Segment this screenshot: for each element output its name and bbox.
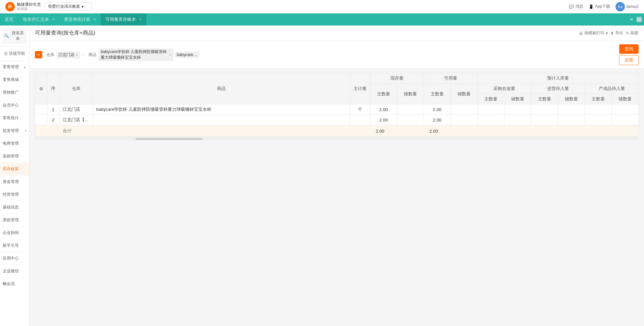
- tab-home[interactable]: 首页: [0, 13, 18, 26]
- row2-production-main: [585, 115, 612, 125]
- table-footer: 合计 2.00 2.00: [35, 125, 639, 137]
- warehouse-tag: 江北门店 ×: [56, 51, 80, 58]
- warehouse-filter: 仓库 江北门店 × ···: [46, 51, 85, 58]
- sidebar-item-finance[interactable]: 资金管理: [0, 176, 29, 188]
- top-bar-right: 💬 消息 📱 App下载 Ea demo2: [569, 2, 639, 11]
- sidebar-item-new-guide[interactable]: 新手引导: [0, 239, 29, 252]
- product-tag-2: babycare…: [175, 52, 199, 58]
- row1-unit: 个: [350, 104, 370, 115]
- sidebar-item-basic-info[interactable]: 基础信息: [0, 201, 29, 214]
- row2-purchase-sub: [504, 115, 531, 125]
- export-button[interactable]: ⬆ 导出: [610, 30, 623, 36]
- sidebar-item-purchase[interactable]: 采购管理: [0, 150, 29, 163]
- row1-purchase-main: [478, 104, 504, 115]
- th-production-sub: 辅数量: [612, 94, 639, 104]
- top-bar-left: 好 畅捷通好生意 标准版 母婴行业演示账套 ▾: [5, 2, 92, 11]
- refresh-button[interactable]: ↻ 刷新: [626, 30, 639, 36]
- table-row: 1 江北门店 babycare学饮杯 儿童防摔防撞吸管杯重力球吸嘴杯宝宝水杯 个…: [35, 104, 639, 115]
- row1-purchase-sub: [504, 104, 531, 115]
- sidebar-item-inventory[interactable]: 库存核算: [0, 163, 29, 176]
- settings-button[interactable]: 设置: [619, 55, 639, 65]
- th-current-stock: 现存量: [370, 73, 424, 84]
- row1-inbound-main: [531, 104, 558, 115]
- th-purchase-transit: 采购在途量: [478, 84, 531, 94]
- quick-nav-area: ☰ 快捷导航: [0, 47, 29, 61]
- horizontal-scrollbar[interactable]: [35, 137, 639, 140]
- row2-warehouse: 江北门店【...: [59, 115, 93, 125]
- chevron-up-icon: ▲: [23, 65, 26, 69]
- chevron-down-icon: ▾: [82, 4, 84, 9]
- tab-close-receipt[interactable]: ×: [52, 17, 55, 22]
- store-selector[interactable]: 母婴行业演示账套 ▾: [45, 2, 92, 11]
- print-button[interactable]: 🖨 按模板打印 ▾: [579, 30, 608, 36]
- app-download-action[interactable]: 📱 App下载: [589, 4, 610, 9]
- chevron-down-icon: ▾: [25, 129, 26, 133]
- sidebar-item-retail-mall[interactable]: 零售商城: [0, 74, 29, 86]
- tab-order-stats[interactable]: 要货单统计表 ×: [59, 13, 101, 26]
- export-icon: ⬆: [610, 31, 614, 36]
- sidebar-item-marketing[interactable]: 营销推广: [0, 86, 29, 99]
- tab-available-stock[interactable]: 可用量库存账本 ×: [101, 13, 146, 26]
- th-inbound-pending: 进货待入量: [531, 84, 585, 94]
- tab-receipt-summary[interactable]: 收发存汇总表 ×: [18, 13, 59, 26]
- tag-close-warehouse[interactable]: ×: [76, 53, 78, 57]
- row2-current-main: 2.00: [370, 115, 397, 125]
- logo-text: 畅捷通好生意 标准版: [17, 2, 41, 11]
- row1-current-sub: [397, 104, 424, 115]
- sidebar-item-retail-mgmt[interactable]: 零售管理 ▲: [0, 61, 29, 74]
- top-bar: 好 畅捷通好生意 标准版 母婴行业演示账套 ▾ 💬 消息 📱 App下载 Ea …: [0, 0, 644, 13]
- th-available-sub: 辅数量: [451, 84, 478, 104]
- message-action[interactable]: 💬 消息: [569, 4, 583, 9]
- message-icon: 💬: [569, 4, 574, 9]
- row1-product: babycare学饮杯 儿童防摔防撞吸管杯重力球吸嘴杯宝宝水杯: [93, 104, 350, 115]
- tag-close-product-1[interactable]: ×: [169, 53, 171, 57]
- row1-inbound-sub: [558, 104, 585, 115]
- sidebar-item-app-center[interactable]: 应用中心: [0, 252, 29, 265]
- row2-purchase-main: [478, 115, 504, 125]
- sidebar-item-system[interactable]: 系统管理: [0, 214, 29, 227]
- th-no: 序: [47, 73, 59, 104]
- row2-no: 2: [47, 115, 59, 125]
- sidebar-item-wholesale[interactable]: 批发管理 ▾: [0, 125, 29, 137]
- th-unit: 主计量: [350, 73, 370, 104]
- sidebar-item-operation[interactable]: 经营管理: [0, 188, 29, 201]
- quick-nav-button[interactable]: ☰ 快捷导航: [3, 49, 26, 58]
- logo-area: 好 畅捷通好生意 标准版: [5, 2, 41, 11]
- row1-no: 1: [47, 104, 59, 115]
- footer-label: 合计: [63, 128, 71, 133]
- tab-close-available[interactable]: ×: [139, 17, 142, 22]
- row2-available-sub: [451, 115, 478, 125]
- row2-inbound-sub: [558, 115, 585, 125]
- search-menu-button[interactable]: 🔍 搜索菜单: [3, 28, 26, 44]
- maximize-icon[interactable]: ⬜: [637, 17, 641, 22]
- table-row: 2 江北门店【... 2.00 2.00: [35, 115, 639, 125]
- tab-close-order[interactable]: ×: [94, 17, 96, 22]
- filter-toggle-button[interactable]: »: [35, 51, 42, 58]
- sidebar-item-ecommerce[interactable]: 电商管理: [0, 137, 29, 150]
- user-profile[interactable]: Ea demo2: [615, 2, 639, 11]
- row1-available-sub: [451, 104, 478, 115]
- close-window-icon[interactable]: ✕: [629, 17, 634, 22]
- settings-gear-icon[interactable]: ⚙: [39, 86, 43, 91]
- sidebar-item-member[interactable]: 会员中心: [0, 99, 29, 112]
- sidebar-item-enterprise-wechat[interactable]: 企业微信: [0, 265, 29, 278]
- main-layout: 🔍 搜索菜单 ☰ 快捷导航 零售管理 ▲ 零售商城 营销推广 会员中心 零售统计…: [0, 26, 644, 326]
- th-purchase-sub: 辅数量: [504, 94, 531, 104]
- printer-icon: 🖨: [579, 31, 583, 36]
- sidebar-item-enterprise[interactable]: 企业协同: [0, 227, 29, 239]
- logo-icon: 好: [5, 2, 15, 11]
- sidebar-item-vip[interactable]: 畅会员: [0, 278, 29, 290]
- th-current-main: 主数量: [370, 84, 397, 104]
- phone-icon: 📱: [589, 4, 594, 9]
- th-available: 可用量: [424, 73, 478, 84]
- sidebar-item-retail-stats[interactable]: 零售统计: [0, 112, 29, 125]
- row2-production-sub: [612, 115, 639, 125]
- content-area: 可用量查询(按仓库+商品) 🖨 按模板打印 ▾ ⬆ 导出 ↻ 刷新: [30, 26, 644, 326]
- th-product: 商品: [93, 73, 350, 104]
- query-button[interactable]: 查询: [619, 44, 639, 54]
- search-icon: 🔍: [4, 34, 9, 38]
- product-filter: 商品 babycare学饮杯 儿童防摔防撞吸管杯重力球吸嘴杯宝宝水杯 × bab…: [89, 48, 199, 61]
- filter-more-icon[interactable]: ···: [81, 52, 85, 57]
- chevron-down-icon: ▾: [606, 31, 608, 36]
- th-planned-inbound: 预计入库量: [478, 73, 639, 84]
